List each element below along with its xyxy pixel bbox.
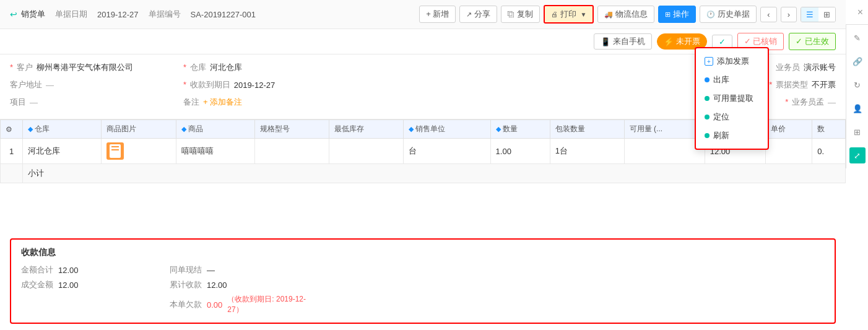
view-toggle: ☰ ⊞ [801, 7, 836, 22]
effective-status[interactable]: ✓ 已生效 [789, 33, 836, 50]
payment-date-field: * 收款到期日 2019-12-27 [183, 79, 357, 90]
note-field: 备注 + 添加备注 [183, 97, 357, 108]
row-available [624, 139, 705, 164]
row-product-img [102, 139, 176, 164]
current-due-value: 0.00 [207, 300, 222, 310]
document-title: ↩ 销货单 [10, 9, 45, 20]
col-available: 可用量 (... [624, 120, 705, 139]
number-label: 单据编号 [149, 9, 181, 20]
subtotal-label: 小计 [23, 164, 846, 183]
date-label: 单据日期 [55, 9, 87, 20]
cumulative-payment-value: 12.00 [207, 280, 227, 290]
right-sidebar: ✎ 🔗 ↻ 👤 ⊞ ⤢ [846, 25, 868, 168]
col-sales-unit: ◆销售单位 [404, 120, 490, 139]
col-product: ◆商品 [176, 120, 254, 139]
print-button[interactable]: 🖨 打印 ▼ [544, 5, 594, 24]
outbound-dot [705, 77, 710, 82]
sidebar-table-icon[interactable]: ⊞ [849, 124, 866, 140]
invoice-type-value: 不开票 [812, 79, 836, 90]
doc-meta: 单据日期 2019-12-27 单据编号 SA-20191227-001 [55, 9, 256, 20]
cumulative-payment-item: 累计收款 12.00 [170, 279, 306, 290]
history-button[interactable]: 🕐 历史单据 [700, 6, 757, 23]
invoice-type-field: * 票据类型 不开票 [769, 79, 836, 90]
refresh-dot [705, 133, 710, 138]
operation-dropdown: + 添加发票 出库 可用量提取 定位 刷新 [695, 47, 769, 150]
project-field: 项目 — [10, 97, 183, 108]
customer-field: * 客户 柳州粤港平安气体有限公司 [10, 62, 183, 73]
project-value: — [30, 98, 38, 107]
current-due-item: 本单欠款 0.00 （收款到期日: 2019-12-27） [170, 294, 306, 315]
from-phone-button[interactable]: 📱 来自手机 [594, 33, 652, 50]
prev-record-button[interactable]: ‹ [760, 7, 776, 22]
date-value: 2019-12-27 [97, 10, 139, 19]
row-pack-qty: 1台 [550, 139, 624, 164]
salesperson2-value: — [828, 98, 836, 107]
available-qty-dot [705, 96, 710, 101]
window-close-button[interactable]: × [857, 7, 863, 18]
row-product: 嘻嘻嘻嘻 [176, 139, 254, 164]
subtotal-row: 小计 [1, 164, 846, 183]
dropdown-locate[interactable]: 定位 [696, 108, 768, 126]
warehouse-value: 河北仓库 [210, 62, 242, 73]
view-grid-button[interactable]: ⊞ [818, 7, 835, 22]
sidebar-rotate-icon[interactable]: ↻ [849, 77, 866, 93]
doc-toolbar: + 新增 ↗ 分享 ⿻ 复制 🖨 打印 ▼ 🚚 物流信息 [419, 5, 836, 24]
row-amount: 0. [812, 139, 846, 164]
document-header: ↩ 销货单 单据日期 2019-12-27 单据编号 SA-20191227-0… [0, 0, 846, 29]
col-product-img: 商品图片 [102, 120, 176, 139]
salesperson2-field: * 业务员孟 — [785, 97, 836, 108]
dropdown-refresh[interactable]: 刷新 [696, 126, 768, 145]
dropdown-available-qty[interactable]: 可用量提取 [696, 89, 768, 108]
payment-title: 收款信息 [21, 247, 825, 258]
col-warehouse: ◆仓库 [23, 120, 102, 139]
address-value: — [46, 80, 54, 90]
salesperson-value: 演示账号 [804, 62, 836, 73]
share-button[interactable]: ↗ 分享 [459, 6, 497, 23]
transaction-amount-value: 12.00 [58, 280, 79, 290]
same-order-settlement-value: — [207, 266, 215, 275]
sidebar-expand-icon[interactable]: ⤢ [849, 147, 866, 163]
doc-title-icon: ↩ [10, 9, 17, 19]
page-wrapper: 首页 库存期初 × 销货单 × 销货单历史 × 查看销货单 × × ↩ 销货单 [0, 0, 868, 330]
sidebar-user-icon[interactable]: 👤 [849, 100, 866, 116]
row-unit-price [765, 139, 812, 164]
new-button[interactable]: + 新增 [419, 6, 456, 23]
row-quantity: 1.00 [490, 139, 550, 164]
col-unit-price: 单价 [765, 120, 812, 139]
operation-button[interactable]: ⊞ 操作 [658, 6, 696, 23]
dropdown-outbound[interactable]: 出库 [696, 71, 768, 89]
logistics-button[interactable]: 🚚 物流信息 [597, 6, 654, 23]
transaction-amount-item: 成交金额 12.00 [21, 279, 157, 290]
warehouse-field: * 仓库 河北仓库 [183, 62, 357, 73]
sidebar-link-icon[interactable]: 🔗 [849, 53, 866, 69]
amount-total-value: 12.00 [58, 266, 79, 275]
current-due-hint: （收款到期日: 2019-12-27） [227, 294, 306, 315]
address-field: 客户地址 — [10, 79, 183, 90]
col-min-stock: 最低库存 [329, 120, 404, 139]
customer-value: 柳州粤港平安气体有限公司 [37, 62, 133, 73]
col-amount: 数 [812, 120, 846, 139]
doc-title-text: 销货单 [21, 9, 45, 20]
add-note-button[interactable]: + 添加备注 [203, 97, 242, 108]
view-list-button[interactable]: ☰ [801, 7, 818, 22]
same-order-settlement-item: 同单现结 — [170, 264, 306, 276]
payment-section: 收款信息 金额合计 12.00 同单现结 — 成交金额 12.00 累计收款 1… [10, 238, 836, 324]
row-warehouse: 河北仓库 [23, 139, 102, 164]
number-value: SA-20191227-001 [191, 10, 256, 19]
dropdown-add-invoice[interactable]: + 添加发票 [696, 52, 768, 71]
col-settings: ⚙ [1, 120, 23, 139]
col-quantity: ◆数量 [490, 120, 550, 139]
locate-dot [705, 115, 710, 119]
salesperson-field: 业务员 演示账号 [776, 62, 836, 73]
payment-date-value: 2019-12-27 [234, 80, 276, 90]
col-pack-qty: 包装数量 [550, 120, 624, 139]
row-spec [255, 139, 329, 164]
payment-grid: 金额合计 12.00 同单现结 — 成交金额 12.00 累计收款 12.00 … [21, 264, 825, 315]
row-sales-unit: 台 [404, 139, 490, 164]
sidebar-edit-icon[interactable]: ✎ [849, 30, 866, 46]
copy-button[interactable]: ⿻ 复制 [501, 6, 540, 23]
next-record-button[interactable]: › [781, 7, 797, 22]
amount-total-item: 金额合计 12.00 [21, 264, 157, 276]
add-invoice-icon: + [705, 57, 713, 66]
row-min-stock [329, 139, 404, 164]
